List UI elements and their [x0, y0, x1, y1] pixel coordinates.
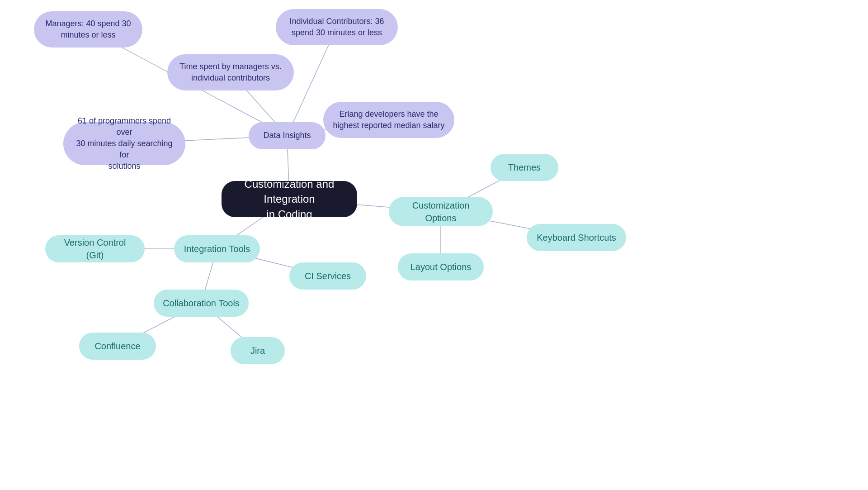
erlang-label: Erlang developers have the highest repor…	[333, 109, 444, 131]
programmers-node[interactable]: 61 of programmers spend over 30 minutes …	[63, 122, 185, 165]
layout-options-node[interactable]: Layout Options	[398, 253, 484, 281]
themes-label: Themes	[508, 161, 541, 174]
keyboard-shortcuts-label: Keyboard Shortcuts	[537, 231, 616, 244]
data-insights-label: Data Insights	[263, 130, 311, 141]
managers-node[interactable]: Managers: 40 spend 30 minutes or less	[34, 11, 142, 48]
center-node[interactable]: Customization and Integration in Coding	[222, 181, 357, 217]
confluence-label: Confluence	[94, 340, 140, 352]
programmers-label: 61 of programmers spend over 30 minutes …	[72, 115, 176, 172]
version-control-node[interactable]: Version Control (Git)	[45, 235, 145, 262]
jira-label: Jira	[250, 344, 265, 357]
integration-tools-label: Integration Tools	[184, 243, 250, 255]
individual-contributors-node[interactable]: Individual Contributors: 36 spend 30 min…	[276, 9, 398, 45]
individual-contributors-label: Individual Contributors: 36 spend 30 min…	[289, 16, 384, 38]
erlang-node[interactable]: Erlang developers have the highest repor…	[323, 102, 454, 138]
center-label: Customization and Integration in Coding	[231, 176, 348, 222]
time-spent-node[interactable]: Time spent by managers vs. individual co…	[167, 54, 294, 90]
themes-node[interactable]: Themes	[491, 154, 558, 181]
data-insights-node[interactable]: Data Insights	[249, 122, 326, 149]
customization-options-label: Customization Options	[398, 199, 484, 224]
confluence-node[interactable]: Confluence	[79, 333, 156, 360]
jira-node[interactable]: Jira	[231, 337, 285, 364]
time-spent-label: Time spent by managers vs. individual co…	[179, 61, 281, 84]
ci-services-label: CI Services	[305, 270, 351, 282]
collaboration-tools-label: Collaboration Tools	[163, 297, 240, 309]
keyboard-shortcuts-node[interactable]: Keyboard Shortcuts	[527, 224, 626, 251]
integration-tools-node[interactable]: Integration Tools	[174, 235, 260, 262]
version-control-label: Version Control (Git)	[54, 236, 136, 262]
managers-label: Managers: 40 spend 30 minutes or less	[45, 18, 131, 41]
collaboration-tools-node[interactable]: Collaboration Tools	[154, 290, 249, 317]
layout-options-label: Layout Options	[410, 261, 472, 273]
customization-options-node[interactable]: Customization Options	[389, 197, 493, 226]
ci-services-node[interactable]: CI Services	[289, 262, 366, 290]
